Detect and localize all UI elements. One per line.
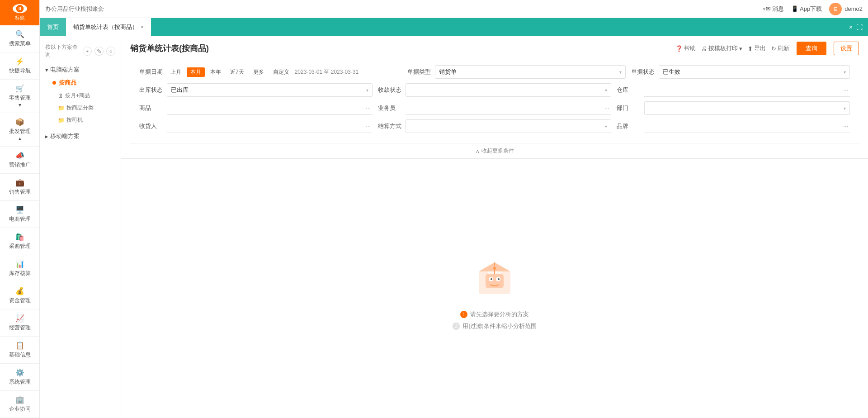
export-btn[interactable]: ⬆ 导出 bbox=[748, 44, 766, 52]
collapse-panel-btn[interactable]: « bbox=[106, 47, 115, 56]
sidebar-item-finance[interactable]: 💰 资金管理 bbox=[0, 282, 39, 309]
sidebar-item-enterprise[interactable]: 🏢 企业协同 bbox=[0, 391, 39, 418]
product-input[interactable]: ··· bbox=[167, 101, 373, 115]
window-expand-btn[interactable]: ⛶ bbox=[856, 24, 863, 31]
main-area: 办公用品行业模拟账套 ▾ ✉ 消息 📱 App下载 E demo2 首页 销货单… bbox=[40, 0, 868, 418]
sidebar-item-operation[interactable]: 📈 经营管理 bbox=[0, 309, 39, 337]
date-tabs: 上月 本月 本年 近7天 更多 自定义 2023-03-01 至 2023-03… bbox=[167, 67, 402, 77]
status-dropdown[interactable]: 已生效 ▾ bbox=[659, 65, 850, 79]
help-btn[interactable]: ❓ 帮助 bbox=[675, 44, 696, 52]
filter-cell-salesperson: 业务员 ··· bbox=[378, 101, 611, 115]
system-icon: ⚙️ bbox=[15, 368, 24, 377]
sidebar-item-basic[interactable]: 📋 基础信息 bbox=[0, 337, 39, 364]
home-tab-label: 首页 bbox=[47, 23, 59, 31]
set-button[interactable]: 设置 bbox=[834, 42, 859, 55]
window-close-btn[interactable]: × bbox=[849, 24, 853, 31]
marketing-icon: 📣 bbox=[15, 151, 24, 160]
sidebar-item-wholesale[interactable]: 📦 批发管理 ▴ bbox=[0, 113, 39, 147]
app-download-btn[interactable]: 📱 App下载 bbox=[791, 5, 822, 13]
tree-item-by-month-product[interactable]: 🗓 按月+商品 bbox=[40, 90, 121, 102]
tree-group-pc[interactable]: ▾ 电脑端方案 bbox=[40, 63, 121, 76]
sidebar-item-search[interactable]: 🔍 搜索菜单 bbox=[0, 25, 39, 52]
brand-input[interactable]: ··· bbox=[644, 119, 850, 133]
sidebar-item-sales[interactable]: 💼 销售管理 bbox=[0, 174, 39, 201]
wholesale-icon: 📦 bbox=[15, 118, 24, 126]
retail-icon: 🛒 bbox=[15, 84, 24, 93]
warehouse-value[interactable]: ··· bbox=[644, 83, 850, 97]
tree-item-by-category[interactable]: 📁 按商品分类 bbox=[40, 102, 121, 114]
filter-cell-product: 商品 ··· bbox=[139, 101, 373, 115]
dept-dropdown[interactable]: ▾ bbox=[644, 101, 850, 115]
refresh-btn[interactable]: ↻ 刷新 bbox=[771, 44, 789, 52]
outstatus-dropdown[interactable]: 已出库 ▾ bbox=[167, 83, 373, 97]
date-label: 单据日期 bbox=[139, 68, 164, 76]
active-tab-label: 销货单统计表（按商品） bbox=[73, 23, 138, 31]
sidebar-item-system[interactable]: ⚙️ 系统管理 bbox=[0, 364, 39, 391]
sidebar-item-label: 电商管理 bbox=[9, 215, 31, 223]
type-dropdown[interactable]: 销货单 ▾ bbox=[435, 65, 626, 79]
page-actions: ❓ 帮助 🖨 按模板打印 ▾ ⬆ 导出 bbox=[675, 44, 789, 52]
date-tab-thismonth[interactable]: 本月 bbox=[187, 67, 205, 77]
tree-icon: 📁 bbox=[58, 117, 65, 124]
operation-icon: 📈 bbox=[15, 314, 24, 323]
tree-item-by-driver[interactable]: 📁 按司机 bbox=[40, 114, 121, 126]
tab-window-btns: × ⛶ bbox=[849, 24, 868, 31]
salesperson-input[interactable]: ··· bbox=[406, 101, 611, 115]
date-tab-custom[interactable]: 自定义 bbox=[269, 67, 293, 77]
query-button[interactable]: 查询 bbox=[797, 42, 826, 55]
settlement-dropdown[interactable]: ▾ bbox=[406, 119, 611, 133]
status-arrow: ▾ bbox=[844, 70, 846, 75]
sidebar-item-marketing[interactable]: 📣 营销推广 bbox=[0, 147, 39, 174]
sidebar-item-ecommerce[interactable]: 🖥️ 电商管理 bbox=[0, 201, 39, 228]
ecommerce-icon: 🖥️ bbox=[15, 205, 24, 214]
add-scheme-btn[interactable]: + bbox=[83, 47, 92, 56]
avatar: E bbox=[829, 3, 842, 15]
active-dot bbox=[52, 81, 56, 85]
tree-pc-section: ▾ 电脑端方案 按商品 🗓 按月+商品 📁 按商品分类 📁 按司机 bbox=[40, 62, 121, 128]
sidebar-item-quicknav[interactable]: ⚡ 快捷导航 bbox=[0, 52, 39, 80]
sidebar-item-label: 批发管理 bbox=[9, 128, 31, 135]
page-title-row: 销货单统计表(按商品) ❓ 帮助 🖨 按模板打印 ▾ bbox=[130, 42, 859, 55]
date-tab-more[interactable]: 更多 bbox=[250, 67, 268, 77]
status-label: 单据状态 bbox=[631, 68, 656, 76]
topbar-dropdown-arrow[interactable]: ▾ bbox=[763, 5, 766, 12]
type-label: 单据类型 bbox=[407, 68, 432, 76]
topbar-actions: ✉ 消息 📱 App下载 E demo2 bbox=[766, 3, 863, 15]
type-arrow: ▾ bbox=[619, 70, 622, 75]
search-icon: 🔍 bbox=[15, 30, 24, 38]
date-tab-lastmonth[interactable]: 上月 bbox=[167, 67, 185, 77]
product-dots: ··· bbox=[366, 104, 371, 111]
message-btn[interactable]: ✉ 消息 bbox=[766, 5, 784, 13]
receiver-input[interactable]: ··· bbox=[167, 119, 373, 133]
edit-scheme-btn[interactable]: ✎ bbox=[94, 47, 104, 56]
warehouse-label: 仓库 bbox=[617, 86, 642, 94]
filter-cell-outstatus: 出库状态 已出库 ▾ bbox=[139, 83, 373, 97]
receivestatus-dropdown[interactable]: ▾ bbox=[406, 83, 611, 97]
collapse-bar[interactable]: ∧ 收起更多条件 bbox=[130, 143, 859, 158]
sidebar-item-label: 采购管理 bbox=[9, 242, 31, 250]
print-btn[interactable]: 🖨 按模板打印 ▾ bbox=[701, 44, 742, 52]
tab-home[interactable]: 首页 bbox=[40, 18, 66, 36]
left-panel-header: 按以下方案查询 + ✎ « bbox=[40, 41, 121, 62]
outstatus-value: 已出库 bbox=[171, 86, 189, 94]
date-tab-thisyear[interactable]: 本年 bbox=[207, 67, 225, 77]
empty-state: 1 请先选择要分析的方案 2 用[过滤]条件来缩小分析范围 bbox=[121, 159, 868, 418]
tree-group-mobile[interactable]: ▸ 移动端方案 bbox=[40, 130, 121, 142]
tree-item-by-product[interactable]: 按商品 bbox=[40, 76, 121, 90]
settlement-label: 结算方式 bbox=[378, 122, 403, 130]
sidebar-item-label: 经营管理 bbox=[9, 324, 31, 332]
filter-cell-dept: 部门 ▾ bbox=[617, 101, 850, 115]
sidebar-item-inventory[interactable]: 📊 库存核算 bbox=[0, 255, 39, 282]
user-area[interactable]: E demo2 bbox=[829, 3, 863, 15]
sidebar-item-label: 系统管理 bbox=[9, 378, 31, 386]
sidebar-item-purchase[interactable]: 🛍️ 采购管理 bbox=[0, 228, 39, 255]
svg-point-10 bbox=[493, 267, 496, 270]
tab-active[interactable]: 销货单统计表（按商品） × bbox=[66, 18, 151, 36]
tab-close-icon[interactable]: × bbox=[141, 24, 144, 30]
date-tab-7days[interactable]: 近7天 bbox=[226, 67, 248, 77]
filter-cell-brand: 品牌 ··· bbox=[617, 119, 850, 133]
sidebar-item-label: 基础信息 bbox=[9, 351, 31, 359]
sidebar-item-retail[interactable]: 🛒 零售管理 ▾ bbox=[0, 80, 39, 113]
tree-icon: 🗓 bbox=[58, 93, 63, 99]
filter-cell-date: 单据日期 上月 本月 本年 近7天 更多 自定义 2023-03-01 至 20… bbox=[139, 67, 402, 77]
